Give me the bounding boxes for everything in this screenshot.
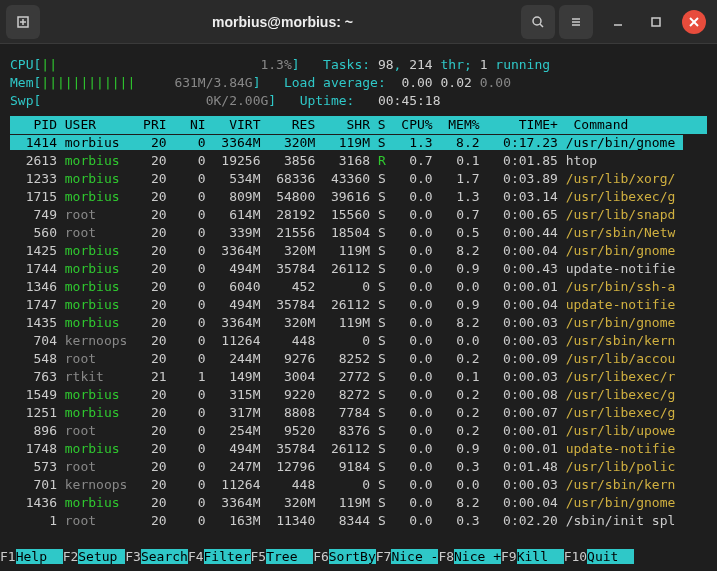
window-title: morbius@morbius: ~: [44, 14, 521, 30]
svg-line-4: [540, 24, 543, 27]
terminal-content: CPU[|| 1.3%] Tasks: 98, 214 thr; 1 runni…: [0, 44, 717, 530]
titlebar: morbius@morbius: ~: [0, 0, 717, 44]
maximize-button[interactable]: [639, 5, 673, 39]
menu-button[interactable]: [559, 5, 593, 39]
search-button[interactable]: [521, 5, 555, 39]
function-key-bar[interactable]: F1Help F2Setup F3SearchF4FilterF5Tree F6…: [0, 549, 717, 565]
close-button[interactable]: [677, 5, 711, 39]
meters-block: CPU[|| 1.3%] Tasks: 98, 214 thr; 1 runni…: [10, 56, 707, 110]
column-header[interactable]: PID USER PRI NI VIRT RES SHR S CPU% MEM%…: [10, 116, 707, 134]
new-tab-button[interactable]: [6, 5, 40, 39]
minimize-button[interactable]: [601, 5, 635, 39]
svg-point-3: [533, 17, 541, 25]
process-list[interactable]: 1414 morbius 20 0 3364M 320M 119M S 1.3 …: [10, 134, 707, 530]
svg-rect-9: [652, 18, 660, 26]
